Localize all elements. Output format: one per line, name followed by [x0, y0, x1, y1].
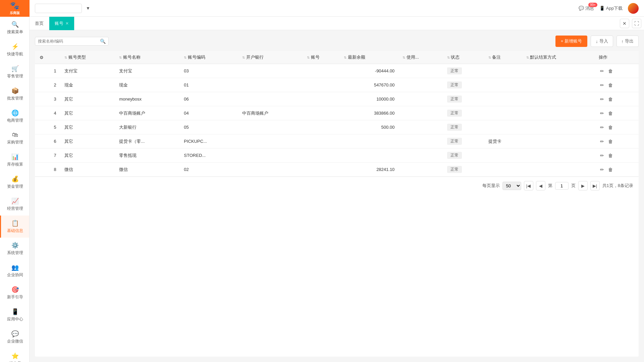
row-status-0: 正常 [444, 64, 486, 78]
page-next-button[interactable]: ▶ [578, 181, 588, 190]
tab-close-all-button[interactable]: ✕ [620, 19, 629, 28]
add-account-button[interactable]: + 新增账号 [555, 36, 587, 47]
basic-info-icon: 📋 [11, 220, 19, 227]
col-header-type[interactable]: ⇅ 账号类型 [62, 51, 116, 64]
edit-button-1[interactable]: ✏ [599, 82, 605, 88]
row-name-5: 提货卡（零... [116, 134, 181, 148]
sidebar-item-ecommerce-mgmt[interactable]: 🌐电商管理 [0, 105, 29, 127]
row-remark-5: 提货卡 [486, 134, 524, 148]
sidebar-item-label: 企业协同 [7, 272, 23, 278]
col-header-gear[interactable]: ⚙ [35, 51, 48, 64]
row-account-3 [304, 106, 341, 120]
sidebar-item-quick-nav[interactable]: ⚡快捷导航 [0, 39, 29, 61]
inventory-icon: 📊 [11, 153, 19, 161]
col-header-remark[interactable]: ⇅ 备注 [486, 51, 524, 64]
row-account-1 [304, 78, 341, 92]
wholesale-mgmt-icon: 📦 [11, 87, 19, 95]
sidebar-item-enterprise-collab[interactable]: 👥企业协同 [0, 260, 29, 282]
status-badge-4: 正常 [447, 124, 462, 131]
status-badge-7: 正常 [447, 166, 462, 173]
sidebar-item-label: 经营管理 [7, 206, 23, 212]
export-button[interactable]: ↑ 导出 [616, 36, 639, 47]
message-button[interactable]: 💬 消息 99+ [579, 5, 594, 11]
export-label: 导出 [625, 38, 634, 44]
edit-button-4[interactable]: ✏ [599, 124, 605, 131]
edit-button-7[interactable]: ✏ [599, 166, 605, 173]
topbar-search-input[interactable] [35, 4, 82, 13]
edit-button-3[interactable]: ✏ [599, 110, 605, 117]
capital-mgmt-icon: 💰 [11, 175, 19, 183]
row-operation-3: ✏ 🗑 [596, 106, 639, 120]
account-table: ⚙ ⇅ 账号类型 ⇅ 账号名称 ⇅ 账号编码 ⇅ 开户银行 ⇅ 账号 ⇅ 最新余… [35, 51, 639, 177]
row-status-7: 正常 [444, 163, 486, 177]
col-header-default-settle[interactable]: ⇅ 默认结算方式 [524, 51, 596, 64]
tab-account[interactable]: 账号✕ [49, 17, 74, 30]
sidebar-item-retail-mgmt[interactable]: 🛒零售管理 [0, 61, 29, 83]
col-header-balance[interactable]: ⇅ 最新余额 [341, 51, 400, 64]
topbar-dropdown[interactable]: ▼ [86, 6, 90, 11]
row-gear-4 [35, 120, 48, 134]
col-header-status[interactable]: ⇅ 状态 [444, 51, 486, 64]
pagination: 每页显示 50 100 200 |◀ ◀ 第 页 ▶ ▶| 共1页，8条记录 [35, 177, 639, 194]
delete-button-5[interactable]: 🗑 [607, 138, 614, 145]
sidebar-item-wholesale-mgmt[interactable]: 📦批发管理 [0, 83, 29, 105]
tab-home[interactable]: 首页 [30, 17, 49, 30]
delete-button-6[interactable]: 🗑 [607, 152, 614, 159]
delete-button-4[interactable]: 🗑 [607, 124, 614, 131]
table-row: 6 其它 提货卡（零... PICKUPC... 正常 提货卡 ✏ 🗑 [35, 134, 639, 148]
import-button[interactable]: ↓ 导入 [591, 36, 613, 47]
edit-button-6[interactable]: ✏ [599, 152, 605, 159]
col-header-code[interactable]: ⇅ 账号编码 [181, 51, 239, 64]
page-size-select[interactable]: 50 100 200 [502, 182, 521, 190]
app-download-button[interactable]: 📱 App下载 [599, 5, 623, 11]
delete-button-7[interactable]: 🗑 [607, 166, 614, 173]
page-first-button[interactable]: |◀ [524, 181, 533, 190]
sidebar-item-purchase-mgmt[interactable]: 🛍采购管理 [0, 127, 29, 149]
delete-button-1[interactable]: 🗑 [607, 82, 614, 88]
col-header-usage[interactable]: ⇅ 使用... [400, 51, 444, 64]
sidebar-item-vip-member[interactable]: ⭐畅会员 [0, 348, 29, 362]
sidebar-item-capital-mgmt[interactable]: 💰资金管理 [0, 171, 29, 193]
delete-button-3[interactable]: 🗑 [607, 110, 614, 117]
tab-expand-button[interactable]: ⛶ [632, 19, 641, 28]
col-header-operation: 操作 [596, 51, 639, 64]
row-default-settle-6 [524, 148, 596, 163]
topbar: ▼ 💬 消息 99+ 📱 App下载 [30, 0, 644, 17]
sidebar-item-label: 新手引导 [7, 294, 23, 300]
col-header-bank[interactable]: ⇅ 开户银行 [239, 51, 304, 64]
edit-button-0[interactable]: ✏ [599, 68, 605, 74]
edit-button-2[interactable]: ✏ [599, 96, 605, 103]
user-avatar[interactable] [628, 3, 639, 14]
page-last-button[interactable]: ▶| [590, 181, 600, 190]
sidebar-item-business-mgmt[interactable]: 📈经营管理 [0, 193, 29, 216]
row-default-settle-7 [524, 163, 596, 177]
sidebar-item-basic-info[interactable]: 📋基础信息 [0, 216, 29, 238]
sidebar-item-app-center[interactable]: 📱应用中心 [0, 304, 29, 326]
page-prev-button[interactable]: ◀ [536, 181, 545, 190]
sidebar-item-beginner-guide[interactable]: 🎯新手引导 [0, 282, 29, 304]
row-usage-3 [400, 106, 444, 120]
table-row: 3 其它 moneybosx 06 10000.00 正常 ✏ 🗑 [35, 92, 639, 106]
delete-button-0[interactable]: 🗑 [607, 68, 614, 74]
col-header-account[interactable]: ⇅ 账号 [304, 51, 341, 64]
logo-text: 乐商版 [10, 11, 20, 15]
vip-member-icon: ⭐ [11, 352, 19, 360]
row-code-5: PICKUPC... [181, 134, 239, 148]
search-icon[interactable]: 🔍 [100, 39, 106, 44]
row-index-7: 8 [48, 163, 62, 177]
sidebar-item-enterprise-wechat[interactable]: 💬企业微信 [0, 326, 29, 348]
row-gear-3 [35, 106, 48, 120]
page-number-input[interactable] [555, 182, 569, 190]
edit-button-5[interactable]: ✏ [599, 138, 605, 145]
row-balance-1: 547670.00 [341, 78, 400, 92]
sidebar-item-inventory[interactable]: 📊库存核算 [0, 149, 29, 171]
search-input[interactable] [38, 39, 100, 44]
row-type-5: 其它 [62, 134, 116, 148]
delete-button-2[interactable]: 🗑 [607, 96, 614, 103]
sidebar-item-search-menu[interactable]: 🔍搜索菜单 [0, 17, 29, 39]
row-index-6: 7 [48, 148, 62, 163]
tab-close-account[interactable]: ✕ [65, 21, 69, 26]
sidebar-item-system-mgmt[interactable]: ⚙️系统管理 [0, 238, 29, 260]
col-header-name[interactable]: ⇅ 账号名称 [116, 51, 181, 64]
status-badge-3: 正常 [447, 110, 462, 117]
